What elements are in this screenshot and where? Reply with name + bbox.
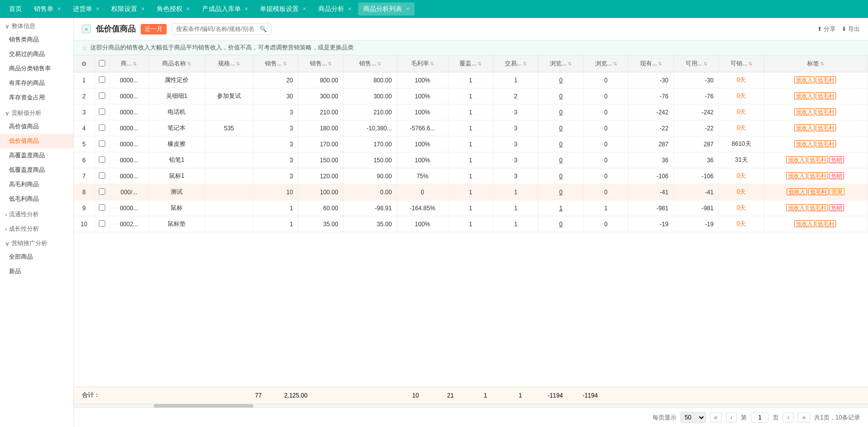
- sidebar-item-high-value[interactable]: 高价值商品: [0, 119, 73, 134]
- view1-link[interactable]: 0: [559, 93, 563, 100]
- sidebar-item-all-products[interactable]: 全部商品: [0, 250, 73, 264]
- row-checkbox[interactable]: [99, 124, 105, 131]
- th-view1[interactable]: 浏览...⇅: [538, 55, 583, 72]
- nav-product-analysis[interactable]: 商品分析 ×: [313, 2, 357, 15]
- share-button[interactable]: ⬆ 分享: [817, 25, 836, 33]
- sidebar-group-contribution[interactable]: ∨ 贡献值分析: [0, 105, 73, 119]
- sidebar-group-growth[interactable]: › 成长性分析: [0, 221, 73, 235]
- close-purchase-order-icon[interactable]: ×: [96, 5, 99, 12]
- th-stock[interactable]: 现有...⇅: [629, 55, 673, 72]
- page-input[interactable]: [751, 413, 769, 423]
- sidebar-collapse-button[interactable]: «: [82, 24, 91, 33]
- cell-checkbox[interactable]: [94, 120, 109, 136]
- cell-checkbox[interactable]: [94, 88, 109, 104]
- nav-roles[interactable]: 角色授权 ×: [152, 2, 195, 15]
- sidebar-item-category-rate[interactable]: 商品分类销售率: [0, 61, 73, 76]
- sidebar-item-stock-products[interactable]: 有库存的商品: [0, 76, 73, 90]
- th-checkbox[interactable]: [94, 55, 109, 72]
- view1-link[interactable]: 0: [559, 157, 563, 164]
- th-gross-margin[interactable]: 毛利率⇅: [397, 55, 448, 72]
- th-tags[interactable]: 标签⇅: [764, 55, 868, 72]
- cell-checkbox[interactable]: [94, 104, 109, 120]
- close-roles-icon[interactable]: ×: [187, 5, 190, 12]
- cell-view1[interactable]: 0: [538, 120, 583, 136]
- cell-view1[interactable]: 0: [538, 168, 583, 184]
- th-sales-amount[interactable]: 销售...⇅: [343, 55, 397, 72]
- row-checkbox[interactable]: [99, 172, 105, 179]
- prev-page-button[interactable]: ‹: [726, 413, 737, 423]
- nav-product-analysis-list[interactable]: 商品分析列表 ×: [358, 2, 415, 15]
- page-size-select[interactable]: 50 100: [680, 412, 706, 423]
- cell-view1[interactable]: 1: [538, 200, 583, 216]
- cell-checkbox[interactable]: [94, 72, 109, 88]
- row-checkbox[interactable]: [99, 92, 105, 99]
- view1-link[interactable]: 1: [559, 205, 563, 212]
- view1-link[interactable]: 0: [559, 109, 563, 116]
- cell-view1[interactable]: 0: [538, 136, 583, 152]
- nav-home[interactable]: 首页: [4, 2, 27, 15]
- row-checkbox[interactable]: [99, 204, 105, 211]
- sidebar-item-sales-products[interactable]: 销售类商品: [0, 32, 73, 47]
- cell-view1[interactable]: 0: [538, 88, 583, 104]
- th-available[interactable]: 可用...⇅: [673, 55, 718, 72]
- sidebar-group-circulation[interactable]: › 流通性分析: [0, 206, 73, 221]
- sidebar-group-overall[interactable]: ∨ 整体信息: [0, 18, 73, 32]
- next-page-button[interactable]: ›: [783, 413, 794, 423]
- th-sellable[interactable]: 可销...⇅: [719, 55, 764, 72]
- search-icon[interactable]: 🔍: [259, 25, 267, 32]
- close-products-inbound-icon[interactable]: ×: [244, 5, 248, 12]
- cell-view1[interactable]: 0: [538, 184, 583, 200]
- close-template-icon[interactable]: ×: [303, 5, 306, 12]
- view1-link[interactable]: 0: [559, 189, 563, 196]
- nav-purchase-order[interactable]: 进货单 ×: [68, 2, 105, 15]
- close-analysis-icon[interactable]: ×: [348, 5, 351, 12]
- horizontal-scrollbar[interactable]: [74, 404, 868, 408]
- nav-permissions[interactable]: 权限设置 ×: [106, 2, 150, 15]
- select-all-checkbox[interactable]: [99, 60, 105, 66]
- nav-products-inbound[interactable]: 产成品入库单 ×: [197, 2, 253, 15]
- th-settings[interactable]: ⚙: [74, 55, 94, 72]
- sidebar-item-traded-products[interactable]: 交易过的商品: [0, 47, 73, 61]
- search-input[interactable]: [172, 23, 271, 35]
- th-coverage[interactable]: 覆盖...⇅: [448, 55, 493, 72]
- cell-view1[interactable]: 0: [538, 104, 583, 120]
- cell-checkbox[interactable]: [94, 184, 109, 200]
- view1-link[interactable]: 0: [559, 173, 563, 180]
- nav-template-settings[interactable]: 单据模板设置 ×: [255, 2, 311, 15]
- th-sales-price[interactable]: 销售...⇅: [298, 55, 343, 72]
- th-view2[interactable]: 浏览...⇅: [583, 55, 628, 72]
- cell-view1[interactable]: 0: [538, 152, 583, 168]
- row-checkbox[interactable]: [99, 156, 105, 163]
- export-button[interactable]: ⬇ 导出: [842, 25, 860, 33]
- row-checkbox[interactable]: [99, 188, 105, 195]
- cell-checkbox[interactable]: [94, 136, 109, 152]
- cell-view1[interactable]: 0: [538, 72, 583, 88]
- close-permissions-icon[interactable]: ×: [141, 5, 145, 12]
- row-checkbox[interactable]: [99, 108, 105, 115]
- cell-checkbox[interactable]: [94, 216, 109, 232]
- first-page-button[interactable]: «: [710, 413, 722, 423]
- view1-link[interactable]: 0: [559, 221, 563, 228]
- sidebar-item-low-value[interactable]: 低价值商品: [0, 134, 73, 148]
- row-checkbox[interactable]: [99, 220, 105, 227]
- cell-checkbox[interactable]: [94, 200, 109, 216]
- last-page-button[interactable]: »: [798, 413, 810, 423]
- row-checkbox[interactable]: [99, 76, 105, 83]
- sidebar-item-high-margin[interactable]: 高毛利商品: [0, 177, 73, 192]
- view1-link[interactable]: 0: [559, 125, 563, 132]
- view1-link[interactable]: 0: [559, 77, 563, 84]
- cell-checkbox[interactable]: [94, 152, 109, 168]
- view1-link[interactable]: 0: [559, 141, 563, 148]
- sidebar-item-high-coverage[interactable]: 高覆盖度商品: [0, 148, 73, 163]
- row-checkbox[interactable]: [99, 140, 105, 147]
- sidebar-item-low-margin[interactable]: 低毛利商品: [0, 192, 73, 206]
- sidebar-item-capital-occupation[interactable]: 库存资金占用: [0, 90, 73, 105]
- th-spec[interactable]: 规格...⇅: [205, 55, 253, 72]
- sidebar-item-new-products[interactable]: 新品: [0, 264, 73, 279]
- close-sales-order-icon[interactable]: ×: [57, 5, 61, 12]
- filter-tag-button[interactable]: 近一月: [141, 24, 167, 34]
- th-name[interactable]: 商品名称⇅: [149, 55, 205, 72]
- th-trade[interactable]: 交易...⇅: [493, 55, 538, 72]
- th-sales-qty[interactable]: 销售...⇅: [253, 55, 298, 72]
- sidebar-group-marketing[interactable]: ∨ 营销推广分析: [0, 235, 73, 250]
